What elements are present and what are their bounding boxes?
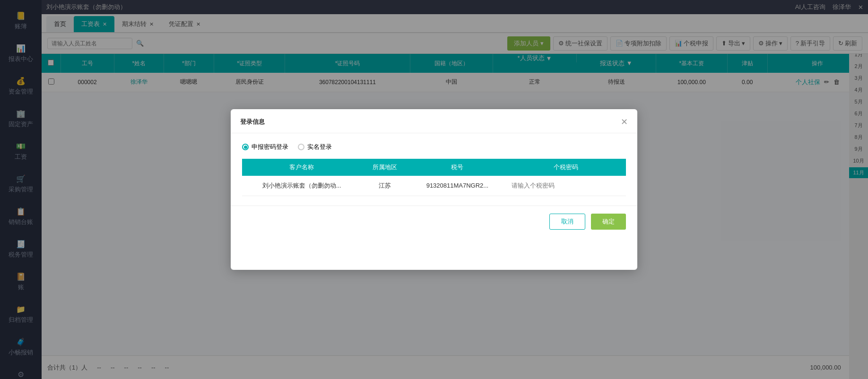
dialog-col-password: 个税密码 [506, 159, 626, 176]
dialog-title: 登录信息 [240, 118, 265, 126]
dialog-col-taxno: 税号 [409, 159, 506, 176]
cancel-button[interactable]: 取消 [549, 214, 585, 230]
radio-password-circle [242, 144, 249, 150]
dialog-close-button[interactable]: ✕ [621, 117, 628, 127]
dialog-table-row: 刘小艳演示账套（勿删勿动... 江苏 91320811MA7NGR2... [242, 176, 626, 196]
radio-realname-circle [298, 144, 304, 150]
modal-overlay: 登录信息 ✕ 申报密码登录 实名登录 客户名称 所属 [0, 0, 868, 379]
login-table: 客户名称 所属地区 税号 个税密码 刘小艳演示账套（勿删勿动... 江苏 913… [242, 159, 626, 196]
dialog-region: 江苏 [361, 176, 408, 196]
dialog-password-field[interactable] [506, 176, 626, 196]
login-dialog: 登录信息 ✕ 申报密码登录 实名登录 客户名称 所属 [231, 109, 637, 270]
dialog-client-name: 刘小艳演示账套（勿删勿动... [242, 176, 361, 196]
radio-realname-label: 实名登录 [307, 143, 332, 151]
dialog-body: 申报密码登录 实名登录 客户名称 所属地区 税号 个税密码 [231, 133, 637, 206]
dialog-footer: 取消 确定 [231, 206, 637, 237]
dialog-tax-no: 91320811MA7NGR2... [409, 176, 506, 196]
tax-password-input[interactable] [512, 182, 620, 189]
radio-password-login[interactable]: 申报密码登录 [242, 143, 288, 151]
login-mode-group: 申报密码登录 实名登录 [242, 143, 626, 151]
dialog-col-region: 所属地区 [361, 159, 408, 176]
radio-password-label: 申报密码登录 [252, 143, 288, 151]
dialog-header: 登录信息 ✕ [231, 109, 637, 133]
radio-realname-login[interactable]: 实名登录 [298, 143, 332, 151]
confirm-button[interactable]: 确定 [591, 214, 626, 230]
dialog-col-client: 客户名称 [242, 159, 361, 176]
